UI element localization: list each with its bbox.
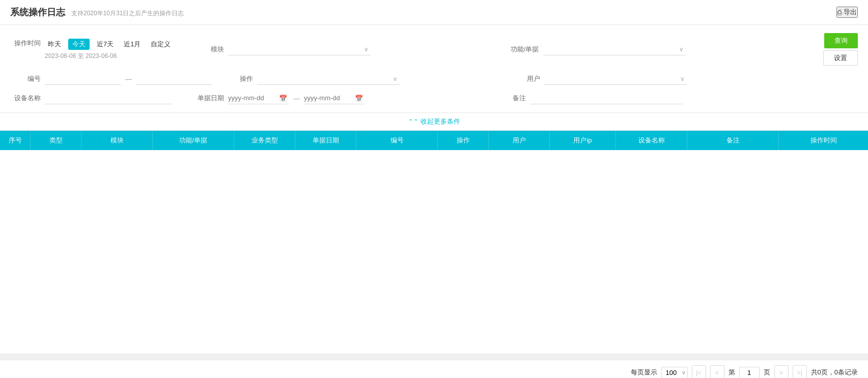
last-page-button[interactable]: >| bbox=[793, 365, 807, 378]
collapse-button[interactable]: ⌃⌃ 收起更多条件 bbox=[408, 117, 460, 126]
time-option-7days[interactable]: 近7天 bbox=[94, 39, 117, 50]
user-select-wrapper: ∨ bbox=[544, 73, 687, 85]
code-input-from[interactable] bbox=[45, 73, 121, 85]
time-label: 操作时间 bbox=[10, 39, 41, 48]
date-range-sep: — bbox=[293, 95, 300, 102]
op-select[interactable] bbox=[257, 73, 400, 85]
code-label: 编号 bbox=[10, 74, 41, 83]
code-range-sep: — bbox=[125, 75, 132, 83]
date-from-wrapper: 📅 bbox=[228, 92, 289, 104]
table-body bbox=[0, 150, 868, 354]
device-label: 设备名称 bbox=[10, 94, 41, 103]
module-select-wrapper: ∨ bbox=[228, 43, 371, 55]
per-page-label: 每页显示 bbox=[631, 368, 657, 377]
time-range-display: 2023-06-06 至 2023-06-06 bbox=[45, 52, 174, 61]
calendar-from-icon[interactable]: 📅 bbox=[279, 95, 287, 102]
calendar-to-icon[interactable]: 📅 bbox=[355, 95, 363, 102]
date-to-wrapper: 📅 bbox=[304, 92, 365, 104]
remark-input[interactable] bbox=[530, 92, 683, 104]
horizontal-scrollbar[interactable] bbox=[0, 354, 868, 360]
total-info: 共0页，0条记录 bbox=[811, 368, 858, 377]
page-label: 第 bbox=[729, 368, 735, 377]
page-suffix: 页 bbox=[764, 368, 770, 377]
user-label: 用户 bbox=[510, 74, 540, 83]
col-header-remark: 备注 bbox=[687, 131, 779, 150]
page-number-input[interactable] bbox=[739, 367, 760, 379]
code-input-to[interactable] bbox=[136, 73, 212, 85]
per-page-select[interactable]: 10 20 50 100 200 bbox=[661, 367, 688, 379]
remark-label: 备注 bbox=[495, 94, 526, 103]
filter-row-1: 操作时间 昨天 今天 近7天 近1月 自定义 2023-06-06 至 2023… bbox=[10, 33, 858, 66]
time-option-today[interactable]: 今天 bbox=[68, 39, 90, 50]
page-title: 系统操作日志 bbox=[10, 6, 65, 18]
collapse-bar: ⌃⌃ 收起更多条件 bbox=[0, 113, 868, 131]
col-header-seq: 序号 bbox=[0, 131, 31, 150]
settings-button[interactable]: 设置 bbox=[823, 50, 858, 66]
filter-row-3: 设备名称 单据日期 📅 — 📅 备注 bbox=[10, 92, 858, 104]
pagination-bar: 每页显示 10 20 50 100 200 |< < 第 页 > >| 共0页，… bbox=[0, 360, 868, 378]
time-option-1month[interactable]: 近1月 bbox=[121, 39, 144, 50]
col-header-code: 编号 bbox=[356, 131, 438, 150]
filter-area: 操作时间 昨天 今天 近7天 近1月 自定义 2023-06-06 至 2023… bbox=[0, 25, 868, 113]
page-subtitle: 支持2020年10月31日之后产生的操作日志 bbox=[71, 9, 184, 18]
export-button[interactable]: ⎙ 导出 bbox=[836, 7, 858, 18]
table-header: 序号 类型 模块 功能/单据 业务类型 单据日期 编号 操作 用户 用户ip 设… bbox=[0, 131, 868, 150]
module-select[interactable] bbox=[228, 43, 371, 55]
col-header-func: 功能/单据 bbox=[153, 131, 234, 150]
data-table: 序号 类型 模块 功能/单据 业务类型 单据日期 编号 操作 用户 用户ip 设… bbox=[0, 131, 868, 354]
first-page-button[interactable]: |< bbox=[692, 365, 706, 378]
query-button[interactable]: 查询 bbox=[824, 33, 858, 48]
filter-row-2: 编号 — 操作 ∨ 用户 bbox=[10, 73, 858, 85]
col-header-type: 类型 bbox=[31, 131, 81, 150]
user-select[interactable] bbox=[544, 73, 687, 85]
col-header-user: 用户 bbox=[489, 131, 550, 150]
col-header-op: 操作 bbox=[438, 131, 489, 150]
time-filter: 昨天 今天 近7天 近1月 自定义 2023-06-06 至 2023-06-0… bbox=[45, 39, 174, 61]
col-header-module: 模块 bbox=[81, 131, 153, 150]
next-page-button[interactable]: > bbox=[774, 365, 789, 378]
time-option-yesterday[interactable]: 昨天 bbox=[45, 39, 64, 50]
func-label: 功能/单据 bbox=[509, 45, 539, 54]
func-select[interactable] bbox=[543, 43, 686, 55]
col-header-device: 设备名称 bbox=[616, 131, 687, 150]
col-header-date: 单据日期 bbox=[295, 131, 356, 150]
collapse-chevron-icon: ⌃⌃ bbox=[408, 118, 418, 125]
func-select-wrapper: ∨ bbox=[543, 43, 686, 55]
page-header: 系统操作日志 支持2020年10月31日之后产生的操作日志 ⎙ 导出 bbox=[0, 0, 868, 25]
op-label: 操作 bbox=[222, 74, 253, 83]
time-option-custom[interactable]: 自定义 bbox=[148, 39, 174, 50]
prev-page-button[interactable]: < bbox=[710, 365, 724, 378]
col-header-time: 操作时间 bbox=[779, 131, 868, 150]
export-icon: ⎙ bbox=[837, 8, 842, 16]
module-label: 模块 bbox=[193, 45, 224, 54]
device-input[interactable] bbox=[45, 92, 172, 104]
col-header-biz: 业务类型 bbox=[234, 131, 295, 150]
col-header-ip: 用户ip bbox=[550, 131, 616, 150]
date-label: 单据日期 bbox=[193, 94, 224, 103]
op-select-wrapper: ∨ bbox=[257, 73, 400, 85]
